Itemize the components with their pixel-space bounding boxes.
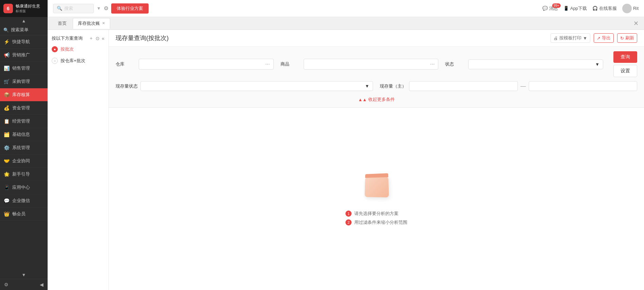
operation-icon: 📋 <box>3 118 10 124</box>
refresh-icon: ↻ <box>620 36 624 41</box>
appcenter-icon: 📱 <box>3 184 10 191</box>
wechat-icon: 💬 <box>3 198 10 204</box>
stock-status-dropdown-icon: ▼ <box>365 84 369 89</box>
enterprise-icon: 🤝 <box>3 158 10 164</box>
tab-inventory-batch[interactable]: 库存批次账 ✕ <box>73 18 110 29</box>
empty-step-1: 1 请先选择要分析的方案 <box>345 211 407 217</box>
filter-results-panel: 现存量查询(按批次) 🖨 按模板打印 ▼ ↗ 导出 ↻ 刷新 <box>109 30 644 290</box>
product-input[interactable]: ··· <box>304 59 439 70</box>
stock-quantity-filter: 现存量（主） — <box>380 81 637 91</box>
tab-close-inventory-batch[interactable]: ✕ <box>102 21 105 25</box>
sidebar-scroll-down[interactable]: ▼ <box>0 271 48 279</box>
topbar-search-icon: 🔍 <box>57 6 62 11</box>
export-icon: ↗ <box>597 36 600 41</box>
sidebar-item-inventory[interactable]: 📦 库存核算 <box>0 88 48 102</box>
marketing-icon: 📢 <box>3 52 10 58</box>
app-download-icon: 📱 <box>563 6 569 11</box>
system-icon: ⚙️ <box>3 145 10 151</box>
panel-close-button[interactable]: ✕ <box>633 20 639 27</box>
sales-icon: 📊 <box>3 65 10 71</box>
scheme-circle-inactive: ○ <box>52 58 58 64</box>
trial-button[interactable]: 体验行业方案 <box>111 3 149 14</box>
newguide-icon: 🌟 <box>3 171 10 177</box>
sidebar-search[interactable]: 🔍 搜索菜单 <box>0 25 48 35</box>
sidebar-item-quick-nav[interactable]: ⚡ 快捷导航 <box>0 35 48 49</box>
search-icon: 🔍 <box>3 28 9 33</box>
avatar <box>622 4 632 13</box>
empty-state: 1 请先选择要分析的方案 2 用过滤条件来缩小分析范围 <box>109 108 644 290</box>
sidebar-item-basic[interactable]: 🗂️ 基础信息 <box>0 128 48 141</box>
content-area: 按以下方案查询 ＋ ⊙ « ● 按批次 ○ 按仓库+批次 现存量查询(按批次) <box>48 30 644 290</box>
sidebar-item-appcenter[interactable]: 📱 应用中心 <box>0 181 48 194</box>
settings-scheme-icon[interactable]: ⊙ <box>96 36 100 41</box>
tab-home[interactable]: 首页 <box>53 18 71 29</box>
page-title: 现存量查询(按批次) <box>116 34 169 42</box>
sidebar-scroll-up[interactable]: ▲ <box>0 17 48 25</box>
sidebar-item-wechat[interactable]: 💬 企业微信 <box>0 194 48 207</box>
sidebar-item-marketing[interactable]: 📢 营销推广 <box>0 49 48 62</box>
status-dropdown-icon: ▼ <box>595 62 599 67</box>
empty-box-icon <box>365 176 389 197</box>
topbar-search-box[interactable]: 🔍 搜索 <box>53 4 94 13</box>
sidebar-item-member[interactable]: 👑 畅会员 <box>0 207 48 221</box>
print-dropdown-icon: ▼ <box>583 36 587 41</box>
quick-nav-icon: ⚡ <box>3 39 10 45</box>
stock-qty-min-input[interactable] <box>409 81 518 91</box>
user-avatar[interactable]: Rit <box>622 4 639 13</box>
settings-filter-button[interactable]: 设置 <box>613 65 637 77</box>
refresh-btn[interactable]: ↻ 刷新 <box>617 33 637 43</box>
print-btn[interactable]: 🖨 按模板打印 ▼ <box>550 33 590 43</box>
status-filter: 状态 ▼ <box>445 59 603 69</box>
warehouse-input[interactable]: ··· <box>139 59 274 70</box>
sidebar-header-text: 畅康通好生意 标准版 <box>16 4 40 14</box>
filter-area: 仓库 ··· 商品 ··· 状态 <box>109 47 644 108</box>
sidebar-item-operation[interactable]: 📋 经营管理 <box>0 115 48 128</box>
filter-row-2: 现存量状态 ▼ 现存量（主） — <box>116 81 637 91</box>
product-filter: 商品 ··· <box>281 59 439 70</box>
export-btn[interactable]: ↗ 导出 <box>594 33 614 43</box>
collapse-sidebar-icon[interactable]: ◀ <box>40 282 44 287</box>
collapse-up-icon: ▲▲ <box>358 97 367 102</box>
status-select[interactable]: ▼ <box>468 59 603 69</box>
collapse-filters-row[interactable]: ▲▲ 收起更多条件 <box>116 95 637 103</box>
message-icon: 💬 <box>542 6 548 11</box>
add-scheme-icon[interactable]: ＋ <box>89 35 94 41</box>
member-icon: 👑 <box>3 211 10 217</box>
online-service-btn[interactable]: 🎧 在线客服 <box>592 5 617 12</box>
page-header: 现存量查询(按批次) 🖨 按模板打印 ▼ ↗ 导出 ↻ 刷新 <box>109 30 644 47</box>
sidebar-item-newguide[interactable]: 🌟 新手引导 <box>0 168 48 181</box>
sidebar-item-enterprise[interactable]: 🤝 企业协同 <box>0 155 48 168</box>
inventory-icon: 📦 <box>3 92 10 98</box>
empty-step-2: 2 用过滤条件来缩小分析范围 <box>345 219 407 225</box>
query-button[interactable]: 查询 <box>613 51 637 63</box>
topbar-right: 💬 消息 99+ 📱 App下载 🎧 在线客服 Rit <box>542 4 639 13</box>
sidebar: 6 畅康通好生意 标准版 ▲ 🔍 搜索菜单 ⚡ 快捷导航 📢 营销推广 📊 销售… <box>0 0 48 290</box>
warehouse-filter: 仓库 ··· <box>116 59 274 70</box>
sidebar-header: 6 畅康通好生意 标准版 <box>0 0 48 17</box>
empty-steps: 1 请先选择要分析的方案 2 用过滤条件来缩小分析范围 <box>345 211 407 228</box>
scheme-panel-icons: ＋ ⊙ « <box>89 35 104 41</box>
sidebar-item-system[interactable]: ⚙️ 系统管理 <box>0 141 48 155</box>
stock-qty-max-input[interactable] <box>529 81 638 91</box>
app-download-btn[interactable]: 📱 App下载 <box>563 5 587 12</box>
sidebar-item-sales[interactable]: 📊 销售管理 <box>0 62 48 75</box>
finance-icon: 💰 <box>3 105 10 111</box>
stock-status-filter: 现存量状态 ▼ <box>116 81 373 91</box>
sidebar-logo: 6 <box>3 4 13 13</box>
topbar: 🔍 搜索 ▼ ⚙ 体验行业方案 💬 消息 99+ 📱 App下载 🎧 在线客服 <box>48 0 644 17</box>
stock-status-select[interactable]: ▼ <box>140 81 373 91</box>
main-area: 🔍 搜索 ▼ ⚙ 体验行业方案 💬 消息 99+ 📱 App下载 🎧 在线客服 <box>48 0 644 290</box>
collapse-scheme-icon[interactable]: « <box>102 36 104 41</box>
message-btn[interactable]: 💬 消息 99+ <box>542 5 558 12</box>
settings-bottom-icon[interactable]: ⚙ <box>4 282 9 287</box>
scheme-item-by-warehouse-batch[interactable]: ○ 按仓库+批次 <box>48 55 108 67</box>
sidebar-item-finance[interactable]: 💰 资金管理 <box>0 102 48 115</box>
sidebar-item-purchase[interactable]: 🛒 采购管理 <box>0 75 48 88</box>
scheme-circle-active: ● <box>52 46 58 52</box>
basic-icon: 🗂️ <box>3 131 10 138</box>
topbar-gear-icon[interactable]: ⚙ <box>104 5 108 12</box>
sidebar-nav: 🔍 搜索菜单 ⚡ 快捷导航 📢 营销推广 📊 销售管理 🛒 采购管理 📦 库存核… <box>0 25 48 271</box>
scheme-panel-header: 按以下方案查询 ＋ ⊙ « <box>48 33 108 43</box>
topbar-dropdown-arrow[interactable]: ▼ <box>97 6 101 11</box>
scheme-item-by-batch[interactable]: ● 按批次 <box>48 43 108 55</box>
